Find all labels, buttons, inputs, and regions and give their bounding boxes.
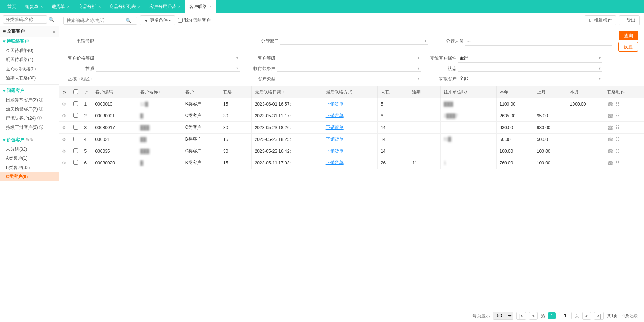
filter-select-status[interactable]: ▾	[458, 65, 602, 72]
my-customers-checkbox-wrap[interactable]: 我分管的客户	[178, 17, 211, 24]
link-last_contact_method[interactable]: 下销货单	[326, 101, 344, 106]
more-conditions-btn[interactable]: ▼ 更多条件 ▾	[140, 15, 175, 25]
sidebar-item-class-c[interactable]: C类客户(6)	[0, 172, 59, 181]
phone-icon[interactable]: ☎	[607, 137, 613, 142]
set-btn[interactable]: 设置	[618, 42, 638, 52]
filter-select-payment[interactable]: ▾	[277, 65, 421, 72]
th-settings[interactable]: ⚙	[59, 86, 70, 98]
sidebar-group-pending[interactable]: 待联络客户	[0, 37, 59, 46]
sidebar-item-class-b[interactable]: B类客户(33)	[0, 163, 59, 172]
link-last_contact_method[interactable]: 下销货单	[326, 125, 344, 130]
nav-purchase-order[interactable]: 进货单 ×	[47, 0, 74, 13]
link-last_contact_method[interactable]: 下销货单	[326, 113, 344, 118]
select-all-checkbox[interactable]	[73, 89, 78, 94]
sidebar-item-lost[interactable]: 已流失客户(24) ⓘ	[0, 114, 59, 123]
batch-ops-btn[interactable]: ☑ 批量操作	[585, 15, 616, 25]
row-settings-icon[interactable]: ⚙	[62, 149, 66, 154]
more-actions-icon[interactable]: ⠿	[616, 160, 619, 166]
sidebar-group-problem[interactable]: 问题客户	[0, 86, 59, 95]
close-purchase-order-icon[interactable]: ×	[67, 4, 69, 9]
phone-icon[interactable]: ☎	[607, 113, 613, 119]
row-settings-icon[interactable]: ⚙	[62, 113, 66, 118]
more-actions-icon[interactable]: ⠿	[616, 125, 619, 131]
link-last_contact_method[interactable]: 下销货单	[326, 137, 344, 142]
filter-select-customer-type[interactable]: ▾	[277, 75, 421, 82]
filter-select-region[interactable]: ···	[96, 75, 240, 83]
more-actions-icon[interactable]: ⠿	[616, 137, 619, 142]
sidebar-item-tomorrow[interactable]: 明天待联络(1)	[0, 55, 59, 64]
sidebar-collapse-icon[interactable]: «	[53, 29, 56, 35]
close-customer-tiering-icon[interactable]: ×	[178, 4, 180, 9]
query-btn[interactable]: 查询	[619, 31, 638, 40]
more-actions-icon[interactable]: ⠿	[616, 148, 619, 154]
nav-customer-tiering[interactable]: 客户分层经营 ×	[145, 0, 185, 13]
row-settings-icon[interactable]: ⚙	[62, 137, 66, 142]
filter-select-scatter[interactable]: 全部 ▾	[458, 74, 602, 83]
th-customer-code[interactable]: 客户编码	[92, 86, 137, 98]
sidebar-group-value[interactable]: 价值客户 ↻ ✎	[0, 135, 59, 145]
row-settings-icon[interactable]: ⚙	[62, 102, 66, 107]
close-customer-contact-icon[interactable]: ×	[209, 4, 211, 9]
filter-input-phone[interactable]	[96, 38, 243, 45]
row-checkbox[interactable]	[73, 125, 78, 130]
more-actions-icon[interactable]: ⠿	[616, 101, 619, 107]
refresh-icon[interactable]: ↻	[26, 138, 29, 142]
first-page-btn[interactable]: |<	[516, 312, 526, 320]
filter-select-scatter-attr[interactable]: 全部 ▾	[458, 54, 602, 63]
row-checkbox[interactable]	[73, 148, 78, 153]
sidebar-item-7days[interactable]: 近7天待联络(0)	[0, 64, 59, 74]
nav-sales-order[interactable]: 销货单 ×	[21, 0, 47, 13]
filter-select-manager[interactable]: ···	[465, 37, 612, 46]
sidebar-search-icon[interactable]: 🔍	[49, 17, 54, 22]
nav-customer-contact[interactable]: 客户联络 ×	[185, 0, 216, 13]
th-checkbox[interactable]	[70, 86, 81, 98]
row-settings-icon[interactable]: ⚙	[62, 125, 66, 130]
export-btn[interactable]: ↑ 导出	[619, 15, 640, 25]
link-last_contact_method[interactable]: 下销货单	[326, 160, 344, 165]
sidebar-item-abnormal[interactable]: 回购异常客户(2) ⓘ	[0, 95, 59, 105]
row-checkbox[interactable]	[73, 113, 78, 118]
edit-icon[interactable]: ✎	[30, 138, 33, 142]
sidebar-item-today[interactable]: 今天待联络(0)	[0, 46, 59, 55]
close-product-analysis-list-icon[interactable]: ×	[138, 4, 140, 9]
row-checkbox[interactable]	[73, 101, 78, 106]
row-checkbox[interactable]	[73, 160, 78, 165]
filter-select-dept[interactable]: ▾	[280, 38, 427, 45]
link-last_contact_method[interactable]: 下销货单	[326, 148, 344, 153]
close-product-analysis-icon[interactable]: ×	[98, 4, 101, 9]
sidebar-item-overdue[interactable]: 逾期未联络(30)	[0, 74, 59, 83]
phone-icon[interactable]: ☎	[607, 148, 613, 154]
sidebar-item-warning[interactable]: 流失预警客户(3) ⓘ	[0, 105, 59, 114]
main-search-icon[interactable]: 🔍	[126, 18, 131, 23]
phone-icon[interactable]: ☎	[607, 160, 613, 166]
last-page-btn[interactable]: >|	[594, 312, 604, 320]
nav-product-analysis-list[interactable]: 商品分析列表 ×	[105, 0, 145, 13]
my-customers-checkbox[interactable]	[178, 18, 183, 23]
row-checkbox[interactable]	[73, 137, 78, 141]
th-customer-name[interactable]: 客户名称	[137, 86, 182, 98]
filter-select-nature[interactable]: ▾	[96, 65, 240, 72]
dots-manager-icon[interactable]: ···	[467, 38, 471, 44]
more-actions-icon[interactable]: ⠿	[616, 113, 619, 119]
phone-icon[interactable]: ☎	[607, 125, 613, 131]
close-sales-order-icon[interactable]: ×	[41, 4, 43, 9]
all-customers-title[interactable]: ■ 全部客户 «	[0, 26, 59, 37]
phone-icon[interactable]: ☎	[607, 101, 613, 107]
chevron-price-level-icon: ▾	[236, 56, 238, 60]
dots-region-icon[interactable]: ···	[97, 76, 102, 82]
per-page-select[interactable]: 50 100 200	[493, 312, 513, 320]
th-last-contact-date[interactable]: 最后联络日期	[251, 86, 323, 98]
sidebar-search-input[interactable]	[3, 15, 47, 24]
next-page-btn[interactable]: >	[582, 312, 591, 320]
row-settings-icon[interactable]: ⚙	[62, 160, 66, 166]
filter-select-price-level[interactable]: ▾	[96, 55, 240, 61]
filter-select-level[interactable]: ▾	[277, 55, 421, 61]
sidebar-item-declining[interactable]: 持续下滑客户(2) ⓘ	[0, 123, 59, 132]
sidebar-item-class-a[interactable]: A类客户(1)	[0, 154, 59, 163]
nav-product-analysis[interactable]: 商品分析 ×	[74, 0, 105, 13]
prev-page-btn[interactable]: <	[529, 312, 538, 320]
sidebar-item-ungrouped[interactable]: 未分组(32)	[0, 145, 59, 154]
page-jump-input[interactable]	[559, 312, 572, 319]
main-search-input[interactable]	[67, 18, 126, 23]
nav-home[interactable]: 首页	[3, 0, 21, 13]
